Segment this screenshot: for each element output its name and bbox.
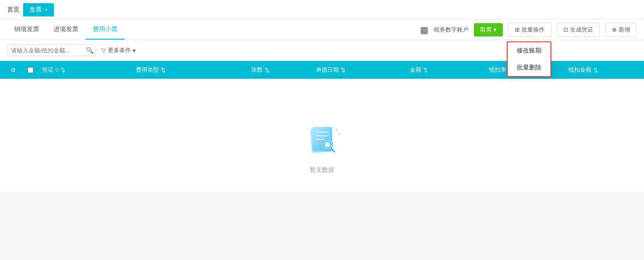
select-all-checkbox[interactable]	[28, 67, 33, 73]
th-deduct-amount: 抵扣金额 ⇅	[565, 66, 644, 74]
voucher-sort-icon[interactable]: ⇅	[61, 67, 65, 73]
amount-sort-icon[interactable]: ⇅	[423, 67, 428, 73]
svg-point-11	[338, 134, 340, 135]
chevron-down-icon: ▾	[133, 47, 136, 54]
sub-nav: 销项发票 进项发票 费用小票 ▦ 税务数字账户 取票 ▾ ⊞ 批量操作 修改账期…	[0, 20, 644, 40]
gear-icon: ⚙	[11, 67, 16, 73]
tab-input[interactable]: 进项发票	[46, 20, 86, 40]
close-icon[interactable]: ×	[45, 7, 48, 13]
funnel-icon: ▽	[102, 47, 106, 54]
active-tab-label: 发票	[29, 6, 42, 14]
expense-sort-icon[interactable]: ⇅	[161, 67, 166, 73]
th-settings[interactable]: ⚙	[4, 67, 22, 73]
sub-tab-list: 销项发票 进项发票 费用小票	[7, 20, 125, 40]
tax-account-button[interactable]: 税务数字账户	[434, 26, 469, 34]
th-expense-type: 费用类型 ⇅	[132, 66, 248, 74]
batch-op-button[interactable]: ⊞ 批量操作	[508, 23, 551, 37]
add-icon: ⊕	[612, 26, 617, 33]
search-input[interactable]	[11, 47, 86, 54]
th-amount: 金额 ⇅	[406, 66, 485, 74]
count-sort-icon[interactable]: ⇅	[265, 67, 269, 73]
gen-voucher-button[interactable]: ⊡ 生成凭证	[557, 23, 600, 37]
search-input-wrap: 🔍	[7, 45, 96, 56]
empty-text: 暂无数据	[310, 166, 334, 174]
deduct-amount-sort-icon[interactable]: ⇅	[593, 67, 598, 73]
batch-dropdown-menu: 修改账期 批量删除	[507, 41, 551, 77]
dropdown-modify-period[interactable]: 修改账期	[508, 42, 550, 59]
batch-btn-wrap: ⊞ 批量操作 修改账期 批量删除	[508, 23, 551, 37]
tab-sales[interactable]: 销项发票	[7, 20, 46, 40]
active-tab[interactable]: 发票 ×	[23, 3, 54, 16]
th-count: 张数 ⇅	[248, 66, 313, 74]
qr-icon[interactable]: ▦	[420, 24, 428, 35]
home-link[interactable]: 首页	[7, 6, 20, 14]
svg-point-12	[333, 126, 334, 128]
search-icon[interactable]: 🔍	[86, 47, 94, 54]
voucher-filter-icon[interactable]: ▽	[55, 67, 59, 73]
toolbar: ▦ 税务数字账户 取票 ▾ ⊞ 批量操作 修改账期 批量删除 ⊡ 生成凭证 ⊕ …	[420, 23, 637, 37]
batch-icon: ⊞	[515, 26, 520, 33]
th-voucher: 凭证 ▽ ⇅	[38, 66, 132, 74]
more-filter-button[interactable]: ▽ 更多条件 ▾	[102, 46, 136, 54]
empty-state: 暂无数据	[0, 79, 644, 192]
gen-voucher-icon: ⊡	[563, 26, 568, 33]
tab-expense[interactable]: 费用小票	[86, 20, 125, 40]
add-button[interactable]: ⊕ 新增	[605, 23, 637, 37]
date-sort-icon[interactable]: ⇅	[341, 67, 346, 73]
main-content: ⚙ 凭证 ▽ ⇅ 费用类型 ⇅ 张数 ⇅ 单据日期 ⇅ 金额 ⇅ 抵扣率 ⇅	[0, 61, 644, 192]
top-nav: 首页 发票 ×	[0, 0, 644, 20]
svg-point-10	[335, 129, 337, 131]
th-checkbox[interactable]	[22, 67, 38, 73]
empty-illustration	[300, 114, 344, 159]
chevron-down-icon: ▾	[493, 26, 497, 33]
dropdown-batch-delete[interactable]: 批量删除	[508, 59, 550, 76]
qukuai-button[interactable]: 取票 ▾	[474, 23, 503, 37]
th-date: 单据日期 ⇅	[312, 66, 406, 74]
